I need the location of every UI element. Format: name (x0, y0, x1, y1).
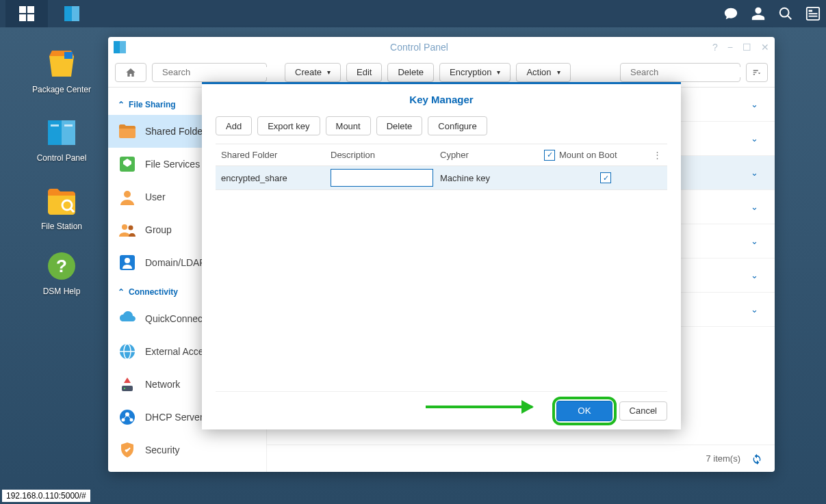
domain-ldap-icon (118, 253, 137, 272)
refresh-icon[interactable] (751, 453, 762, 464)
network-icon (118, 375, 137, 394)
column-menu-icon[interactable]: ⋮ (653, 150, 662, 160)
package-center-icon (45, 48, 78, 81)
quickconnect-icon (118, 309, 137, 328)
sidebar-item-security[interactable]: Security (108, 434, 266, 466)
apps-grid-icon (19, 6, 34, 21)
svg-rect-27 (122, 386, 133, 391)
cell-mount-on-boot: ✓ (544, 172, 667, 183)
col-shared-folder[interactable]: Shared Folder (216, 150, 325, 160)
user-icon[interactable] (751, 6, 766, 21)
chevron-down-icon: ⌄ (751, 304, 758, 315)
svg-point-19 (124, 191, 131, 198)
home-icon (125, 67, 136, 78)
chevron-down-icon: ⌄ (751, 236, 758, 246)
svg-line-1 (788, 16, 792, 20)
svg-point-20 (122, 224, 127, 230)
help-icon[interactable]: ? (712, 42, 718, 53)
file-station-icon (45, 185, 78, 217)
external-access-icon (118, 342, 137, 361)
group-icon (118, 220, 137, 239)
browser-status-url: 192.168.0.110:5000/# (2, 490, 90, 502)
svg-rect-5 (809, 16, 818, 17)
svg-point-23 (125, 258, 130, 263)
cell-folder: encrypted_share (216, 173, 325, 183)
search-icon[interactable] (778, 6, 793, 21)
modal-delete-button[interactable]: Delete (376, 116, 423, 135)
cancel-button[interactable]: Cancel (619, 401, 667, 421)
key-manager-modal: Key Manager Add Export key Mount Delete … (202, 82, 681, 429)
desktop-dsm-help[interactable]: ? DSM Help (27, 250, 96, 297)
label: Control Panel (27, 153, 96, 164)
home-button[interactable] (115, 63, 146, 82)
ok-button[interactable]: OK (556, 401, 612, 421)
chevron-up-icon: ⌃ (118, 287, 125, 297)
window-title: Control Panel (126, 42, 712, 53)
table-row[interactable]: encrypted_share Machine key ✓ (216, 166, 667, 189)
create-button[interactable]: Create (285, 63, 341, 82)
dsm-help-icon: ? (45, 250, 78, 282)
svg-rect-28 (124, 388, 125, 389)
mount-button[interactable]: Mount (326, 116, 371, 135)
shared-folder-icon (118, 122, 137, 141)
dhcp-server-icon (118, 408, 137, 427)
chevron-down-icon: ⌄ (751, 99, 758, 109)
action-button[interactable]: Action (516, 63, 570, 82)
svg-rect-4 (809, 13, 818, 14)
chat-icon[interactable] (723, 6, 738, 21)
close-icon[interactable]: ✕ (761, 42, 769, 53)
content-search[interactable] (620, 63, 740, 82)
status-bar: 7 item(s) (267, 445, 775, 472)
taskbar (0, 0, 826, 27)
chevron-down-icon: ⌄ (751, 270, 758, 280)
desktop-package-center[interactable]: Package Center (27, 48, 96, 96)
description-input[interactable] (331, 169, 433, 187)
delete-button[interactable]: Delete (387, 63, 434, 82)
file-services-icon (118, 155, 137, 174)
minimize-icon[interactable]: − (727, 42, 733, 53)
svg-rect-17 (119, 127, 135, 138)
svg-rect-10 (64, 124, 73, 127)
modal-footer: OK Cancel (216, 391, 667, 429)
sort-icon (752, 68, 762, 77)
titlebar: Control Panel ? − ☐ ✕ (108, 37, 775, 57)
control-panel-icon (64, 6, 79, 21)
svg-rect-6 (64, 52, 73, 59)
col-description[interactable]: Description (325, 150, 435, 160)
label: Package Center (27, 85, 96, 96)
taskbar-control-panel-button[interactable] (51, 0, 93, 27)
taskbar-apps-button[interactable] (5, 0, 48, 27)
sort-button[interactable] (746, 63, 768, 82)
svg-rect-7 (48, 120, 62, 145)
shield-icon (118, 440, 137, 460)
key-table: Shared Folder Description Cypher ✓ Mount… (216, 144, 667, 190)
chevron-down-icon: ⌄ (751, 133, 758, 144)
maximize-icon[interactable]: ☐ (743, 42, 751, 53)
mount-on-boot-header-checkbox[interactable]: ✓ (544, 150, 555, 161)
svg-rect-3 (809, 10, 813, 12)
control-panel-icon (45, 116, 78, 149)
item-count: 7 item(s) (706, 453, 740, 464)
encryption-button[interactable]: Encryption (439, 63, 511, 82)
export-key-button[interactable]: Export key (257, 116, 320, 135)
col-mount-on-boot[interactable]: ✓ Mount on Boot ⋮ (544, 150, 667, 161)
search-input[interactable] (630, 67, 745, 77)
label: DSM Help (27, 287, 96, 297)
svg-point-21 (129, 226, 133, 230)
widgets-icon[interactable] (805, 6, 821, 21)
col-cypher[interactable]: Cypher (435, 150, 544, 160)
svg-point-29 (120, 410, 135, 425)
edit-button[interactable]: Edit (346, 63, 382, 82)
label: File Station (27, 222, 96, 233)
sidebar-search[interactable] (152, 63, 267, 82)
chevron-up-icon: ⌃ (118, 100, 125, 109)
table-header: Shared Folder Description Cypher ✓ Mount… (216, 144, 667, 166)
desktop-file-station[interactable]: File Station (27, 185, 96, 233)
add-button[interactable]: Add (216, 116, 252, 135)
configure-button[interactable]: Configure (428, 116, 487, 135)
search-input[interactable] (162, 67, 277, 77)
svg-point-0 (780, 8, 789, 17)
chevron-down-icon: ⌄ (751, 168, 758, 178)
desktop-control-panel[interactable]: Control Panel (27, 116, 96, 164)
mount-on-boot-checkbox[interactable]: ✓ (600, 172, 611, 183)
